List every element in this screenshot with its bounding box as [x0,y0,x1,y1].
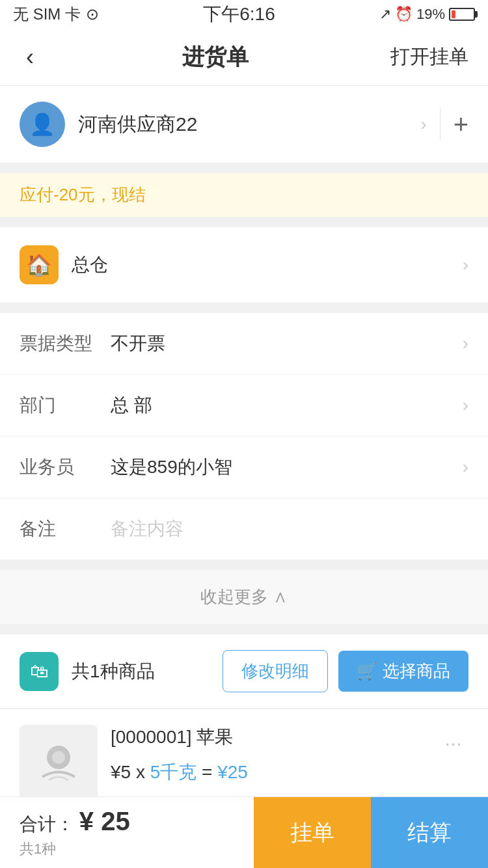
divider [440,108,441,141]
page-title: 进货单 [182,42,249,72]
remark-row[interactable]: 备注 备注内容 [0,498,488,560]
product-title: 苹果 [197,727,233,747]
back-button[interactable]: ‹ [20,37,40,77]
supplier-chevron-icon: › [420,114,426,135]
total-line: 合计： ¥ 25 [20,807,234,837]
salesman-row[interactable]: 业务员 这是859的小智 › [0,437,488,498]
total-price: ¥25 [217,762,248,782]
product-name: [0000001] 苹果 [111,725,425,750]
warehouse-name: 总仓 [72,252,463,277]
ticket-chevron-icon: › [463,333,468,354]
product-thumbnail [20,725,98,803]
equals-sign: = [202,762,217,782]
product-count-label: 共1种商品 [72,659,223,684]
status-left: 无 SIM 卡 ⊙ [13,4,99,25]
quantity: 5千克 [150,762,197,782]
salesman-label: 业务员 [20,455,111,480]
product-thumb-icon [33,738,85,790]
pending-button[interactable]: 挂单 [254,797,371,869]
warehouse-chevron-icon: › [463,254,468,275]
ticket-type-label: 票据类型 [20,331,111,356]
alarm-icon: ⏰ [395,6,413,23]
svg-point-1 [52,751,65,764]
carrier-label: 无 SIM 卡 [13,4,81,25]
location-icon: ↗ [379,6,391,23]
supplier-avatar: 👤 [20,102,65,147]
bottom-bar: 合计： ¥ 25 共1种 挂单 结算 [0,796,488,868]
pending-label: 挂单 [290,818,334,848]
dept-label: 部门 [20,393,111,418]
notice-bar: 应付-20元，现结 [0,173,488,217]
total-amount: ¥ 25 [79,807,130,835]
avatar-icon: 👤 [29,112,55,137]
edit-detail-button[interactable]: 修改明细 [223,650,328,692]
total-label: 合计： [20,814,74,834]
checkout-label: 结算 [407,818,452,848]
remark-label: 备注 [20,517,111,541]
product-code: [0000001] [111,727,197,747]
dept-chevron-icon: › [463,395,468,416]
select-product-label: 选择商品 [383,660,450,683]
supplier-section: 👤 河南供应商22 › + [0,86,488,163]
open-pending-button[interactable]: 打开挂单 [390,44,468,70]
collapse-label: 收起更多 ∧ [200,586,287,608]
product-more-button[interactable]: ··· [438,725,468,762]
shopping-bag-icon: 🛍 [30,660,48,682]
product-info: [0000001] 苹果 ¥5 x 5千克 = ¥25 [111,725,425,785]
battery-icon [449,8,475,21]
warehouse-icon: 🏠 [20,245,59,284]
collapse-button[interactable]: 收起更多 ∧ [0,570,488,624]
checkout-button[interactable]: 结算 [371,797,488,869]
remark-placeholder: 备注内容 [111,517,468,541]
nav-bar: ‹ 进货单 打开挂单 [0,29,488,86]
ticket-type-value: 不开票 [111,331,463,356]
cart-icon: 🛒 [357,661,377,681]
wifi-icon: ⊙ [86,5,99,23]
product-price: ¥5 x 5千克 = ¥25 [111,760,425,785]
product-header: 🛍 共1种商品 修改明细 🛒 选择商品 [0,634,488,708]
total-section: 合计： ¥ 25 共1种 [0,807,254,859]
warehouse-row[interactable]: 🏠 总仓 › [0,227,488,303]
ticket-type-row[interactable]: 票据类型 不开票 › [0,313,488,375]
dept-value: 总 部 [111,393,463,418]
total-count: 共1种 [20,839,234,859]
warehouse-section: 🏠 总仓 › [0,227,488,303]
dept-row[interactable]: 部门 总 部 › [0,375,488,437]
product-list-icon: 🛍 [20,652,59,691]
status-time: 下午6:16 [203,2,275,27]
unit-price: ¥5 x [111,762,150,782]
salesman-value: 这是859的小智 [111,455,463,480]
supplier-name: 河南供应商22 [65,111,420,138]
status-right: ↗ ⏰ 19% [379,6,475,23]
supplier-row[interactable]: 👤 河南供应商22 › + [0,86,488,163]
status-bar: 无 SIM 卡 ⊙ 下午6:16 ↗ ⏰ 19% [0,0,488,29]
form-section: 票据类型 不开票 › 部门 总 部 › 业务员 这是859的小智 › 备注 备注… [0,313,488,560]
add-button[interactable]: + [454,110,468,139]
salesman-chevron-icon: › [463,457,468,478]
select-product-button[interactable]: 🛒 选择商品 [338,651,468,692]
battery-pct: 19% [416,6,445,23]
